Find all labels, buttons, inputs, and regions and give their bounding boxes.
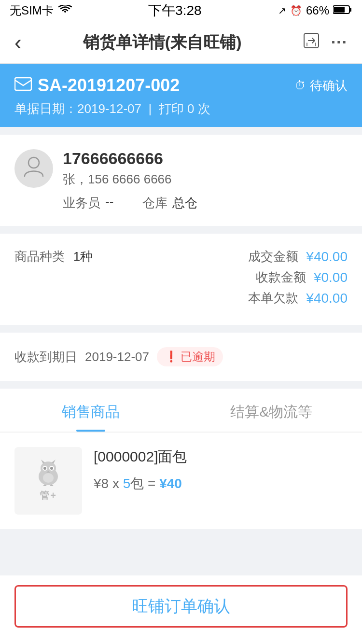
svg-rect-1: [349, 8, 351, 12]
status-right: ↗ ⏰ 66%: [278, 4, 352, 17]
product-price: ¥8 x 5包 = ¥40: [94, 475, 348, 493]
status-text: 待确认: [310, 77, 348, 94]
due-date-label: 收款到期日: [14, 349, 77, 365]
share-icon[interactable]: [303, 32, 320, 53]
page-title: 销货单详情(来自旺铺): [83, 31, 242, 54]
confirm-order-button[interactable]: 旺铺订单确认: [14, 585, 348, 628]
svg-rect-4: [15, 78, 31, 90]
product-thumbnail: 管+: [14, 447, 82, 515]
order-meta: 单据日期：2019-12-07 | 打印 0 次: [14, 100, 348, 117]
battery-text: 66%: [306, 4, 329, 17]
owed-amount-value: ¥40.00: [306, 291, 348, 306]
tab-products-label: 销售商品: [62, 404, 120, 420]
due-date-card: 收款到期日 2019-12-07 ❗ 已逾期: [0, 333, 362, 381]
product-type-section: 商品种类 1种: [14, 248, 93, 265]
wifi-icon: [58, 4, 72, 17]
due-date-row: 收款到期日 2019-12-07 ❗ 已逾期: [14, 347, 348, 366]
price-total: ¥40: [159, 476, 182, 491]
svg-rect-2: [334, 7, 345, 13]
customer-phone: 17666666666: [63, 149, 348, 168]
warehouse-label: 仓库: [142, 195, 167, 211]
summary-card: 商品种类 1种 成交金额 ¥40.00 收款金额 ¥0.00 本单欠款 ¥40.…: [0, 234, 362, 325]
warehouse-value: 总仓: [172, 195, 197, 211]
tab-products[interactable]: 销售商品: [0, 389, 181, 432]
logo-text: 管+: [40, 489, 57, 502]
overdue-text: 已逾期: [181, 349, 215, 364]
nav-bar: ‹ 销货单详情(来自旺铺) ···: [0, 21, 362, 64]
svg-point-13: [50, 467, 53, 470]
overdue-badge: ❗ 已逾期: [157, 347, 223, 366]
received-amount-value: ¥0.00: [314, 270, 348, 285]
location-arrow-icon: ↗: [278, 5, 286, 16]
deal-amount-row: 成交金额 ¥40.00: [248, 248, 348, 265]
price-qty: 5: [123, 476, 131, 491]
order-id-text: SA-20191207-002: [38, 75, 180, 96]
customer-card: 17666666666 张，156 6666 6666 业务员 -- 仓库 总仓: [0, 135, 362, 226]
order-envelope-icon: [14, 77, 32, 95]
received-amount-label: 收款金额: [256, 269, 306, 286]
nav-actions: ···: [303, 32, 348, 53]
price-unit: 包: [130, 476, 144, 491]
owed-amount-label: 本单欠款: [248, 290, 298, 307]
tab-settlement-label: 结算&物流等: [230, 404, 312, 420]
more-icon[interactable]: ···: [331, 33, 348, 52]
tab-settlement[interactable]: 结算&物流等: [181, 389, 362, 432]
svg-point-15: [43, 473, 54, 483]
order-id: SA-20191207-002: [14, 75, 180, 96]
status-left: 无SIM卡: [10, 3, 72, 18]
product-type-label: 商品种类: [14, 249, 65, 264]
owed-amount-row: 本单欠款 ¥40.00: [248, 290, 348, 307]
status-time: 下午3:28: [148, 1, 202, 20]
salesman-field: 业务员 --: [63, 195, 113, 211]
svg-point-5: [28, 157, 39, 168]
product-name: [0000002]面包: [94, 447, 348, 467]
due-date-value: 2019-12-07: [85, 350, 149, 364]
bottom-area: 旺铺订单确认: [0, 575, 362, 644]
customer-meta: 业务员 -- 仓库 总仓: [63, 195, 348, 211]
order-header: SA-20191207-002 ⏱ 待确认 单据日期：2019-12-07 | …: [0, 64, 362, 127]
product-type-value: 1种: [73, 249, 93, 264]
customer-name: 张，156 6666 6666: [63, 171, 348, 188]
salesman-value: --: [105, 195, 113, 211]
confirm-button-label: 旺铺订单确认: [132, 595, 230, 617]
overdue-icon: ❗: [165, 350, 178, 363]
alarm-icon: ⏰: [290, 5, 302, 16]
carrier-text: 无SIM卡: [10, 3, 54, 18]
price-label: ¥8 x: [94, 476, 123, 491]
deal-amount-value: ¥40.00: [306, 249, 348, 265]
tabs-container: 销售商品 结算&物流等: [0, 389, 362, 529]
battery-icon: [333, 4, 352, 17]
order-status: ⏱ 待确认: [294, 77, 348, 94]
avatar: [14, 149, 53, 188]
svg-point-12: [43, 467, 46, 470]
back-button[interactable]: ‹: [14, 30, 22, 55]
warehouse-field: 仓库 总仓: [142, 195, 197, 211]
amounts-section: 成交金额 ¥40.00 收款金额 ¥0.00 本单欠款 ¥40.00: [248, 248, 348, 310]
clock-icon: ⏱: [294, 79, 306, 92]
salesman-label: 业务员: [63, 195, 100, 211]
deal-amount-label: 成交金额: [248, 248, 298, 265]
product-info: [0000002]面包 ¥8 x 5包 = ¥40: [94, 447, 348, 515]
product-logo: 管+: [14, 447, 82, 515]
received-amount-row: 收款金额 ¥0.00: [248, 269, 348, 286]
product-item: 管+ [0000002]面包 ¥8 x 5包 = ¥40: [0, 433, 362, 529]
user-icon: [22, 154, 46, 183]
customer-info: 17666666666 张，156 6666 6666 业务员 -- 仓库 总仓: [63, 149, 348, 211]
price-equals: =: [144, 476, 159, 491]
tabs-row: 销售商品 结算&物流等: [0, 389, 362, 433]
status-bar: 无SIM卡 下午3:28 ↗ ⏰ 66%: [0, 0, 362, 21]
